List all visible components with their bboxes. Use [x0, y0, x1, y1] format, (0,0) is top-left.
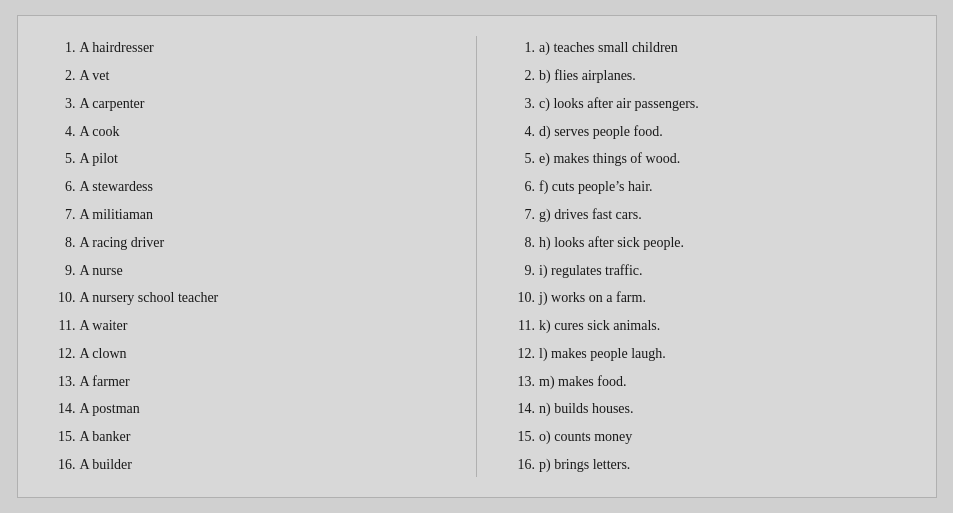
item-text: A carpenter: [80, 92, 447, 116]
item-number: 10.: [48, 286, 76, 310]
item-text: i) regulates traffic.: [539, 259, 906, 283]
list-item: 8.A racing driver: [48, 231, 447, 255]
item-number: 12.: [507, 342, 535, 366]
list-item: 5.A pilot: [48, 147, 447, 171]
list-item: 8.h) looks after sick people.: [507, 231, 906, 255]
item-number: 4.: [507, 120, 535, 144]
item-number: 16.: [48, 453, 76, 477]
main-container: 1.A hairdresser2.A vet3.A carpenter4.A c…: [17, 15, 937, 498]
list-item: 16.A builder: [48, 453, 447, 477]
list-item: 12.A clown: [48, 342, 447, 366]
list-item: 13.m) makes food.: [507, 370, 906, 394]
item-number: 7.: [507, 203, 535, 227]
item-number: 15.: [507, 425, 535, 449]
item-text: A nursery school teacher: [80, 286, 447, 310]
list-item: 4.d) serves people food.: [507, 120, 906, 144]
list-item: 2.A vet: [48, 64, 447, 88]
list-item: 1.A hairdresser: [48, 36, 447, 60]
item-text: e) makes things of wood.: [539, 147, 906, 171]
item-text: A vet: [80, 64, 447, 88]
item-text: A postman: [80, 397, 447, 421]
item-text: h) looks after sick people.: [539, 231, 906, 255]
item-number: 13.: [48, 370, 76, 394]
item-text: A builder: [80, 453, 447, 477]
list-item: 3.A carpenter: [48, 92, 447, 116]
item-text: A nurse: [80, 259, 447, 283]
item-number: 4.: [48, 120, 76, 144]
item-text: A waiter: [80, 314, 447, 338]
list-item: 12.l) makes people laugh.: [507, 342, 906, 366]
list-item: 11.A waiter: [48, 314, 447, 338]
item-number: 5.: [507, 147, 535, 171]
item-text: n) builds houses.: [539, 397, 906, 421]
item-text: A militiaman: [80, 203, 447, 227]
column-divider: [476, 36, 477, 477]
item-text: k) cures sick animals.: [539, 314, 906, 338]
item-number: 13.: [507, 370, 535, 394]
right-column: 1.a) teaches small children2.b) flies ai…: [507, 36, 906, 477]
item-text: c) looks after air passengers.: [539, 92, 906, 116]
item-number: 9.: [507, 259, 535, 283]
list-item: 6.A stewardess: [48, 175, 447, 199]
item-number: 8.: [507, 231, 535, 255]
item-text: o) counts money: [539, 425, 906, 449]
list-item: 4.A cook: [48, 120, 447, 144]
item-number: 15.: [48, 425, 76, 449]
item-text: A hairdresser: [80, 36, 447, 60]
list-item: 2.b) flies airplanes.: [507, 64, 906, 88]
item-text: A racing driver: [80, 231, 447, 255]
item-number: 7.: [48, 203, 76, 227]
item-text: A cook: [80, 120, 447, 144]
item-number: 2.: [48, 64, 76, 88]
item-number: 5.: [48, 147, 76, 171]
list-item: 13.A farmer: [48, 370, 447, 394]
list-item: 3.c) looks after air passengers.: [507, 92, 906, 116]
item-number: 2.: [507, 64, 535, 88]
list-item: 7.A militiaman: [48, 203, 447, 227]
item-number: 11.: [507, 314, 535, 338]
item-number: 6.: [507, 175, 535, 199]
item-text: p) brings letters.: [539, 453, 906, 477]
item-number: 14.: [48, 397, 76, 421]
item-number: 6.: [48, 175, 76, 199]
item-number: 10.: [507, 286, 535, 310]
item-text: A stewardess: [80, 175, 447, 199]
item-text: g) drives fast cars.: [539, 203, 906, 227]
list-item: 10.j) works on a farm.: [507, 286, 906, 310]
list-item: 15.A banker: [48, 425, 447, 449]
list-item: 11.k) cures sick animals.: [507, 314, 906, 338]
item-number: 12.: [48, 342, 76, 366]
list-item: 15.o) counts money: [507, 425, 906, 449]
list-item: 9.i) regulates traffic.: [507, 259, 906, 283]
item-number: 9.: [48, 259, 76, 283]
item-text: b) flies airplanes.: [539, 64, 906, 88]
item-text: j) works on a farm.: [539, 286, 906, 310]
list-item: 1.a) teaches small children: [507, 36, 906, 60]
item-text: A clown: [80, 342, 447, 366]
item-text: a) teaches small children: [539, 36, 906, 60]
list-item: 16.p) brings letters.: [507, 453, 906, 477]
item-text: A banker: [80, 425, 447, 449]
item-text: f) cuts people’s hair.: [539, 175, 906, 199]
item-number: 3.: [48, 92, 76, 116]
list-item: 14.A postman: [48, 397, 447, 421]
list-item: 14.n) builds houses.: [507, 397, 906, 421]
list-item: 9.A nurse: [48, 259, 447, 283]
list-item: 10.A nursery school teacher: [48, 286, 447, 310]
item-text: m) makes food.: [539, 370, 906, 394]
list-item: 5.e) makes things of wood.: [507, 147, 906, 171]
list-item: 6.f) cuts people’s hair.: [507, 175, 906, 199]
left-column: 1.A hairdresser2.A vet3.A carpenter4.A c…: [48, 36, 447, 477]
item-text: d) serves people food.: [539, 120, 906, 144]
item-number: 1.: [48, 36, 76, 60]
item-number: 14.: [507, 397, 535, 421]
item-text: A farmer: [80, 370, 447, 394]
item-number: 3.: [507, 92, 535, 116]
item-number: 8.: [48, 231, 76, 255]
item-text: A pilot: [80, 147, 447, 171]
item-number: 1.: [507, 36, 535, 60]
item-text: l) makes people laugh.: [539, 342, 906, 366]
list-item: 7.g) drives fast cars.: [507, 203, 906, 227]
item-number: 11.: [48, 314, 76, 338]
item-number: 16.: [507, 453, 535, 477]
